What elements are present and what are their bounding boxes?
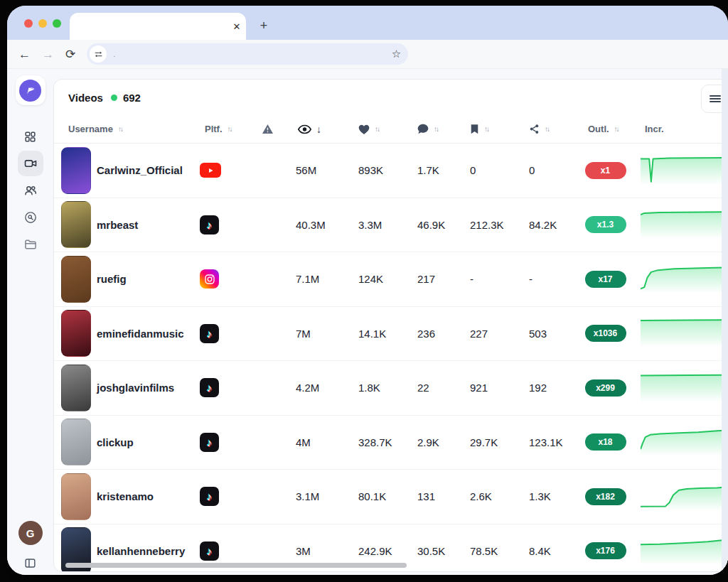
bookmarks-cell: 2.6K bbox=[459, 490, 518, 502]
sort-icon[interactable]: ↑↓ bbox=[614, 125, 619, 133]
table-row[interactable]: mrbeast ♪ 40.3M 3.3M 46.9K 212.3K 84.2K … bbox=[54, 198, 728, 253]
table-row[interactable]: clickup ♪ 4M 328.7K 2.9K 29.7K 123.1K x1… bbox=[54, 416, 728, 470]
video-thumbnail[interactable] bbox=[61, 201, 91, 248]
sort-icon[interactable]: ↑↓ bbox=[545, 125, 549, 133]
increase-sparkline bbox=[641, 426, 728, 458]
comments-cell: 236 bbox=[407, 328, 459, 340]
outlier-badge: x18 bbox=[585, 433, 626, 451]
increase-sparkline bbox=[641, 263, 728, 296]
video-thumbnail[interactable] bbox=[61, 419, 91, 465]
address-bar[interactable]: . ☆ bbox=[87, 43, 408, 65]
bookmarks-cell: 227 bbox=[459, 328, 518, 340]
video-thumbnail[interactable] bbox=[61, 473, 91, 520]
increase-sparkline bbox=[641, 534, 728, 567]
tiktok-icon: ♪ bbox=[200, 541, 219, 561]
warning-icon bbox=[262, 124, 274, 134]
comments-cell: 217 bbox=[407, 273, 459, 285]
column-views[interactable]: ↓ bbox=[289, 124, 348, 135]
shares-cell: - bbox=[518, 273, 577, 285]
column-shares[interactable]: ↑↓ bbox=[518, 124, 577, 134]
reload-icon[interactable]: ⟳ bbox=[65, 48, 75, 60]
video-thumbnail[interactable] bbox=[61, 365, 91, 411]
outlier-badge: x1.3 bbox=[585, 216, 626, 233]
sort-icon[interactable]: ↑↓ bbox=[484, 125, 488, 133]
sort-icon[interactable]: ↑↓ bbox=[434, 125, 438, 133]
username-cell[interactable]: Carlwinz_Official bbox=[97, 164, 200, 176]
tiktok-icon: ♪ bbox=[200, 378, 219, 397]
column-comments[interactable]: ↑↓ bbox=[407, 124, 459, 134]
column-warning[interactable] bbox=[246, 124, 289, 134]
sidebar: G bbox=[7, 69, 53, 575]
username-cell[interactable]: kristenamo bbox=[97, 490, 200, 502]
likes-cell: 1.8K bbox=[348, 382, 407, 394]
video-thumbnail[interactable] bbox=[61, 256, 91, 303]
outlier-badge: x1036 bbox=[585, 325, 626, 342]
outlier-badge: x17 bbox=[585, 271, 626, 288]
username-cell[interactable]: mrbeast bbox=[97, 219, 200, 231]
table-body: Carlwinz_Official 56M 893K 1.7K 0 0 x1 m… bbox=[54, 144, 728, 572]
increase-sparkline bbox=[641, 317, 728, 350]
table-row[interactable]: kristenamo ♪ 3.1M 80.1K 131 2.6K 1.3K x1… bbox=[54, 470, 728, 524]
horizontal-scrollbar[interactable] bbox=[65, 563, 407, 568]
sort-icon[interactable]: ↑↓ bbox=[228, 125, 232, 133]
likes-cell: 14.1K bbox=[348, 328, 407, 340]
outlier-badge: x182 bbox=[585, 488, 626, 505]
collapse-sidebar-icon[interactable] bbox=[23, 556, 37, 570]
column-bookmarks[interactable]: ↑↓ bbox=[459, 124, 518, 134]
shares-cell: 123.1K bbox=[518, 436, 577, 448]
app-logo[interactable] bbox=[16, 75, 46, 105]
views-cell: 3.1M bbox=[289, 490, 348, 502]
main-content: Videos 692 Username↑↓ Pltf.↑↓ bbox=[53, 69, 728, 575]
username-cell[interactable]: clickup bbox=[97, 436, 200, 448]
table-row[interactable]: ruefig 7.1M 124K 217 - - x17 bbox=[54, 252, 728, 307]
shares-cell: 8.4K bbox=[518, 545, 577, 557]
sidebar-item-videos[interactable] bbox=[18, 151, 43, 176]
close-window-button[interactable] bbox=[24, 19, 33, 28]
sidebar-item-dashboard[interactable] bbox=[18, 124, 43, 149]
tiktok-icon: ♪ bbox=[200, 487, 219, 506]
table-row[interactable]: eminefidanmusic ♪ 7M 14.1K 236 227 503 x… bbox=[54, 307, 728, 362]
shares-cell: 84.2K bbox=[518, 219, 577, 231]
site-settings-icon[interactable] bbox=[90, 45, 107, 63]
avatar[interactable]: G bbox=[18, 521, 43, 545]
column-likes[interactable]: ↑↓ bbox=[348, 124, 407, 134]
increase-sparkline bbox=[641, 480, 728, 513]
table-header: Username↑↓ Pltf.↑↓ ↓ ↑↓ bbox=[54, 115, 728, 144]
new-tab-button[interactable]: + bbox=[255, 16, 273, 35]
tiktok-icon: ♪ bbox=[200, 324, 219, 343]
table-row[interactable]: Carlwinz_Official 56M 893K 1.7K 0 0 x1 bbox=[54, 144, 728, 198]
sidebar-item-collections[interactable] bbox=[18, 232, 43, 257]
outlier-badge: x176 bbox=[585, 542, 626, 559]
username-cell[interactable]: ruefig bbox=[97, 273, 200, 285]
sidebar-item-search[interactable] bbox=[18, 205, 43, 230]
video-thumbnail[interactable] bbox=[61, 310, 91, 357]
column-outliers[interactable]: Outl.↑↓ bbox=[577, 124, 633, 134]
sort-desc-icon[interactable]: ↓ bbox=[316, 124, 321, 135]
likes-cell: 3.3M bbox=[348, 219, 407, 231]
column-platform[interactable]: Pltf.↑↓ bbox=[205, 124, 246, 134]
back-icon[interactable]: ← bbox=[18, 48, 31, 60]
username-cell[interactable]: eminefidanmusic bbox=[97, 328, 200, 340]
sidebar-item-accounts[interactable] bbox=[18, 178, 43, 203]
table-row[interactable]: joshglavinfilms ♪ 4.2M 1.8K 22 921 192 x… bbox=[54, 361, 728, 416]
likes-cell: 124K bbox=[348, 273, 407, 285]
minimize-window-button[interactable] bbox=[38, 19, 47, 28]
shares-cell: 1.3K bbox=[518, 490, 577, 502]
forward-icon[interactable]: → bbox=[42, 48, 54, 60]
browser-tab[interactable]: ✕ bbox=[70, 13, 246, 40]
sort-icon[interactable]: ↑↓ bbox=[118, 125, 122, 133]
column-username[interactable]: Username↑↓ bbox=[68, 124, 205, 134]
video-thumbnail[interactable] bbox=[61, 147, 91, 194]
username-cell[interactable]: kellanhenneberry bbox=[97, 545, 200, 557]
videos-card: Videos 692 Username↑↓ Pltf.↑↓ bbox=[53, 79, 728, 572]
card-header: Videos 692 bbox=[54, 80, 728, 115]
bookmark-star-icon[interactable]: ☆ bbox=[392, 48, 401, 60]
sort-icon[interactable]: ↑↓ bbox=[375, 125, 379, 133]
tab-close-icon[interactable]: ✕ bbox=[228, 21, 246, 32]
videos-count: 692 bbox=[123, 92, 141, 104]
maximize-window-button[interactable] bbox=[53, 19, 61, 28]
username-cell[interactable]: joshglavinfilms bbox=[97, 382, 200, 394]
likes-cell: 328.7K bbox=[348, 436, 407, 448]
live-dot bbox=[111, 95, 117, 101]
bookmarks-cell: 0 bbox=[459, 164, 518, 176]
